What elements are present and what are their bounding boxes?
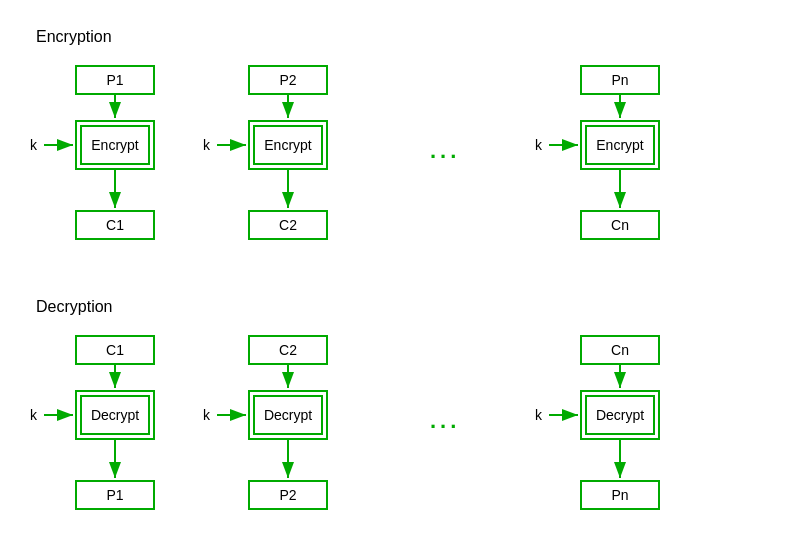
enc2-key-label: k bbox=[203, 137, 210, 153]
decn-output-box: Pn bbox=[580, 480, 660, 510]
enc1-key-label: k bbox=[30, 137, 37, 153]
encn-operation-box: Encrypt bbox=[580, 120, 660, 170]
enc1-output-label: C1 bbox=[106, 217, 124, 233]
enc1-operation-box: Encrypt bbox=[75, 120, 155, 170]
enc1-input-box: P1 bbox=[75, 65, 155, 95]
enc2-output-label: C2 bbox=[279, 217, 297, 233]
dec2-operation-box: Decrypt bbox=[248, 390, 328, 440]
decn-operation-box: Decrypt bbox=[580, 390, 660, 440]
encn-output-label: Cn bbox=[611, 217, 629, 233]
dec2-input-box: C2 bbox=[248, 335, 328, 365]
enc2-operation-label: Encrypt bbox=[264, 137, 311, 153]
decn-output-label: Pn bbox=[611, 487, 628, 503]
enc2-output-box: C2 bbox=[248, 210, 328, 240]
enc2-input-label: P2 bbox=[279, 72, 296, 88]
dec1-output-box: P1 bbox=[75, 480, 155, 510]
decn-key-label: k bbox=[535, 407, 542, 423]
encn-operation-label: Encrypt bbox=[596, 137, 643, 153]
encn-key-label: k bbox=[535, 137, 542, 153]
dec1-operation-box: Decrypt bbox=[75, 390, 155, 440]
enc2-operation-box: Encrypt bbox=[248, 120, 328, 170]
dec2-output-label: P2 bbox=[279, 487, 296, 503]
dec1-output-label: P1 bbox=[106, 487, 123, 503]
dec2-input-label: C2 bbox=[279, 342, 297, 358]
decn-operation-label: Decrypt bbox=[596, 407, 644, 423]
dec2-output-box: P2 bbox=[248, 480, 328, 510]
encn-input-label: Pn bbox=[611, 72, 628, 88]
dec1-key-label: k bbox=[30, 407, 37, 423]
dec1-input-box: C1 bbox=[75, 335, 155, 365]
decryption-dots: ... bbox=[430, 408, 460, 434]
dec2-operation-label: Decrypt bbox=[264, 407, 312, 423]
encn-output-box: Cn bbox=[580, 210, 660, 240]
decn-input-box: Cn bbox=[580, 335, 660, 365]
decn-input-label: Cn bbox=[611, 342, 629, 358]
dec2-key-label: k bbox=[203, 407, 210, 423]
encryption-dots: ... bbox=[430, 138, 460, 164]
decryption-label: Decryption bbox=[36, 298, 112, 316]
enc1-input-label: P1 bbox=[106, 72, 123, 88]
enc1-output-box: C1 bbox=[75, 210, 155, 240]
dec1-input-label: C1 bbox=[106, 342, 124, 358]
enc2-input-box: P2 bbox=[248, 65, 328, 95]
enc1-operation-label: Encrypt bbox=[91, 137, 138, 153]
encryption-label: Encryption bbox=[36, 28, 112, 46]
encn-input-box: Pn bbox=[580, 65, 660, 95]
dec1-operation-label: Decrypt bbox=[91, 407, 139, 423]
